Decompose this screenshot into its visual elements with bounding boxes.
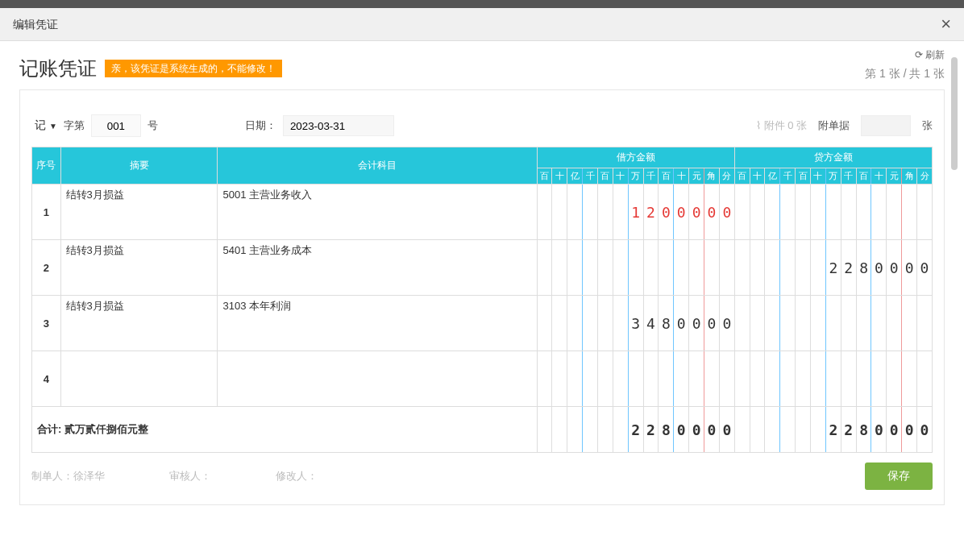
amount-digit xyxy=(856,185,871,240)
amount-digit: 8 xyxy=(856,240,871,296)
unit-header: 千 xyxy=(780,168,796,185)
amount-digit xyxy=(887,351,902,407)
voucher-type-select[interactable]: 记 ▼ xyxy=(33,117,57,135)
amount-digit xyxy=(674,240,689,296)
amount-digit: 0 xyxy=(902,240,917,296)
amount-digit: 0 xyxy=(902,407,917,453)
amount-digit xyxy=(674,351,689,407)
col-index: 序号 xyxy=(32,147,61,185)
table-row: 3结转3月损益3103 本年利润3480000 xyxy=(32,296,933,351)
summary-cell[interactable]: 结转3月损益 xyxy=(60,296,218,351)
unit-header: 十 xyxy=(811,168,826,185)
account-cell[interactable]: 3103 本年利润 xyxy=(218,296,537,351)
amount-digit xyxy=(537,240,552,296)
amount-digit xyxy=(841,185,856,240)
unit-header: 十 xyxy=(871,168,887,185)
amount-digit: 0 xyxy=(674,185,689,240)
amount-digit xyxy=(704,351,719,407)
save-button[interactable]: 保存 xyxy=(865,463,933,490)
unit-header: 十 xyxy=(613,168,628,185)
amount-digit xyxy=(811,240,826,296)
unit-header: 十 xyxy=(552,168,567,185)
attachment-link[interactable]: ⌇ 附件 0 张 xyxy=(756,118,807,133)
amount-digit xyxy=(583,185,598,240)
amount-digit xyxy=(719,351,734,407)
date-input[interactable] xyxy=(283,115,394,136)
amount-digit xyxy=(567,351,583,407)
amount-digit: 0 xyxy=(704,407,719,453)
amount-digit xyxy=(750,351,765,407)
amount-digit xyxy=(780,185,796,240)
amount-digit: 0 xyxy=(704,296,719,351)
unit-header: 元 xyxy=(887,168,902,185)
account-cell[interactable] xyxy=(218,351,537,407)
amount-digit: 8 xyxy=(856,407,871,453)
amount-digit xyxy=(765,240,780,296)
amount-digit: 0 xyxy=(917,407,933,453)
voucher-number-input[interactable] xyxy=(91,114,141,137)
table-row: 1结转3月损益5001 主营业务收入1200000 xyxy=(32,185,933,240)
amount-digit: 2 xyxy=(825,240,841,296)
amount-digit: 0 xyxy=(689,296,704,351)
unit-header: 千 xyxy=(583,168,598,185)
paperclip-icon: ⌇ xyxy=(756,119,761,131)
amount-digit xyxy=(537,351,552,407)
amount-digit: 2 xyxy=(643,407,659,453)
refresh-button[interactable]: ⟳ 刷新 xyxy=(915,48,945,62)
amount-digit xyxy=(659,240,674,296)
amount-digit xyxy=(841,351,856,407)
amount-digit xyxy=(552,351,567,407)
amount-digit xyxy=(780,240,796,296)
sheet-count-input[interactable] xyxy=(861,115,911,136)
unit-header: 百 xyxy=(537,168,552,185)
col-debit: 借方金额 xyxy=(537,147,734,168)
amount-digit: 2 xyxy=(643,185,659,240)
close-icon[interactable]: × xyxy=(941,8,951,40)
amount-digit xyxy=(613,185,628,240)
unit-header: 角 xyxy=(704,168,719,185)
amount-digit: 0 xyxy=(887,407,902,453)
amount-digit: 0 xyxy=(887,240,902,296)
amount-digit xyxy=(871,351,887,407)
amount-digit xyxy=(796,351,811,407)
amount-digit xyxy=(780,296,796,351)
amount-digit xyxy=(750,185,765,240)
amount-digit xyxy=(583,296,598,351)
amount-digit: 2 xyxy=(628,407,643,453)
total-label: 合计: 贰万贰仟捌佰元整 xyxy=(32,407,538,453)
voucher-card: 记 ▼ 字第 号 日期： ⌇ 附件 0 张 附单据 张 xyxy=(19,89,945,505)
amount-digit xyxy=(765,296,780,351)
amount-digit xyxy=(704,240,719,296)
amount-digit xyxy=(567,240,583,296)
summary-cell[interactable]: 结转3月损益 xyxy=(60,185,218,240)
account-cell[interactable]: 5001 主营业务收入 xyxy=(218,185,537,240)
summary-cell[interactable] xyxy=(60,351,218,407)
unit-header: 百 xyxy=(796,168,811,185)
amount-digit xyxy=(628,351,643,407)
amount-digit: 0 xyxy=(719,296,734,351)
amount-digit xyxy=(628,240,643,296)
summary-cell[interactable]: 结转3月损益 xyxy=(60,240,218,296)
sheet-label: 附单据 xyxy=(818,118,850,133)
amount-digit: 0 xyxy=(719,407,734,453)
amount-digit xyxy=(825,296,841,351)
amount-digit xyxy=(750,407,765,453)
amount-digit xyxy=(856,351,871,407)
account-cell[interactable]: 5401 主营业务成本 xyxy=(218,240,537,296)
page-title: 记账凭证 xyxy=(19,56,97,81)
amount-digit: 0 xyxy=(871,240,887,296)
auditor-field: 审核人： xyxy=(169,469,211,483)
amount-digit xyxy=(902,296,917,351)
amount-digit xyxy=(871,296,887,351)
amount-digit xyxy=(597,240,613,296)
unit-header: 百 xyxy=(597,168,613,185)
unit-header: 千 xyxy=(841,168,856,185)
dialog-header: 编辑凭证 × xyxy=(0,8,964,41)
readonly-warning-tag: 亲，该凭证是系统生成的，不能修改！ xyxy=(105,60,282,77)
amount-digit: 0 xyxy=(659,185,674,240)
amount-digit xyxy=(796,407,811,453)
amount-digit xyxy=(643,240,659,296)
unit-header: 十 xyxy=(750,168,765,185)
amount-digit xyxy=(825,185,841,240)
amount-digit xyxy=(719,240,734,296)
